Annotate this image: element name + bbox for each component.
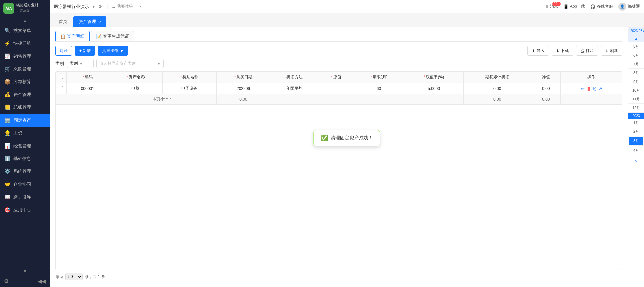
timeline-month-1[interactable]: 1月 — [628, 119, 644, 127]
timeline-year-2023[interactable]: 2023 — [628, 113, 644, 119]
timeline-month-2[interactable]: 2月 — [628, 127, 644, 136]
timeline-close-icon[interactable]: ✕ — [642, 28, 644, 33]
category-type-select[interactable]: 类别 ▼ — [67, 59, 94, 68]
sidebar-item-purchase[interactable]: 🛒 采购管理 — [0, 63, 50, 75]
timeline-month-5[interactable]: 5月 — [628, 42, 644, 51]
row-checkbox[interactable] — [59, 86, 63, 90]
message-btn[interactable]: 🖥 消息 99+ — [545, 4, 558, 9]
logo-icon: AtA — [3, 3, 14, 14]
guide-icon: 📖 — [4, 194, 11, 200]
new-btn[interactable]: + 新增 — [75, 46, 95, 56]
subtab-change-voucher[interactable]: 📝 变更生成凭证 — [91, 31, 134, 41]
import-btn[interactable]: ⬆ 导入 — [527, 46, 549, 56]
sidebar-item-system[interactable]: ⚙️ 系统管理 — [0, 165, 50, 178]
sidebar-item-sales[interactable]: 📈 销售管理 — [0, 50, 50, 63]
topbar: 医疗器械行业演示 ▼ ⚙ | ☁ 我要体验一下 🖥 消息 99+ 📱 App下载… — [50, 0, 644, 13]
asset-panel: 📋 资产明细 📝 变更生成凭证 对账 + 新增 批量操作 ▼ — [50, 27, 628, 287]
cell-depreciation-method: 年限平均 — [270, 83, 319, 94]
sidebar-item-ledger[interactable]: 📒 总账管理 — [0, 101, 50, 114]
print-label: 打印 — [586, 48, 594, 54]
category-placeholder-select[interactable]: 请选择固定资产类别 ▼ — [96, 59, 164, 68]
print-btn[interactable]: 🖨 打印 — [576, 46, 598, 56]
sidebar-scroll-up-btn[interactable]: ▲ — [0, 17, 50, 24]
toolbar-right: ⬆ 导入 ⬇ 下载 🖨 打印 ↻ 刷新 — [527, 46, 622, 56]
sidebar-scroll-down-btn[interactable]: ▼ — [0, 267, 50, 275]
cell-net-value: 0.00 — [531, 83, 560, 94]
settings-gear-icon[interactable]: ⚙ — [98, 4, 102, 9]
sidebar-item-fixed-assets[interactable]: 🏢 固定资产 — [0, 114, 50, 127]
sidebar-item-purchase-label: 采购管理 — [13, 66, 31, 72]
cell-period: 60 — [354, 83, 404, 94]
app-download-btn[interactable]: 📱 App下载 — [563, 4, 585, 9]
online-service-label: 在线客服 — [597, 4, 613, 9]
subtab-asset-detail[interactable]: 📋 资产明细 — [55, 31, 90, 41]
sidebar-item-cooperation[interactable]: 🤝 企业协同 — [0, 178, 50, 191]
col-residual-rate: *残值率(%) — [404, 72, 464, 83]
refresh-btn[interactable]: ↻ 刷新 — [601, 46, 622, 56]
edit-icon[interactable]: ✏ — [581, 86, 585, 91]
user-name: 畅捷通 — [628, 4, 640, 9]
timeline-month-12[interactable]: 12月 — [628, 104, 644, 113]
company-dropdown-icon[interactable]: ▼ — [92, 4, 96, 9]
copy-icon[interactable]: ⎘ — [593, 86, 596, 91]
more-icon[interactable]: ↗ — [598, 86, 602, 91]
sidebar-item-inventory[interactable]: 📦 库存核算 — [0, 75, 50, 88]
import-icon: ⬆ — [532, 49, 535, 53]
category-placeholder: 请选择固定资产类别 — [99, 61, 136, 66]
sidebar-logo: AtA 畅捷通好业财 普及版 — [0, 0, 50, 17]
sidebar-item-basic-info[interactable]: ℹ️ 基础信息 — [0, 152, 50, 165]
sidebar-item-quick-nav[interactable]: ⚡ 快捷导航 — [0, 37, 50, 50]
user-menu[interactable]: 👤 畅捷通 — [618, 3, 640, 11]
batch-btn[interactable]: 批量操作 ▼ — [98, 46, 128, 56]
online-service-btn[interactable]: 🎧 在线客服 — [590, 4, 613, 9]
download-btn[interactable]: ⬇ 下载 — [552, 46, 573, 56]
topbar-right: 🖥 消息 99+ 📱 App下载 🎧 在线客服 👤 畅捷通 — [545, 3, 640, 11]
timeline-month-11[interactable]: 11月 — [628, 95, 644, 104]
experience-label: 我要体验一下 — [117, 4, 141, 9]
settings-icon[interactable]: ⚙ — [4, 278, 9, 284]
total-label: 条，共 1 条 — [85, 274, 105, 280]
logo-text: 畅捷通好业财 — [16, 3, 38, 7]
timeline-month-3-active[interactable]: 3月 — [629, 137, 643, 146]
timeline-down-chevron[interactable]: ⌄ — [628, 155, 644, 165]
per-page-select[interactable]: 50 100 200 — [65, 273, 83, 280]
tab-home[interactable]: 首页 — [54, 17, 72, 27]
subtotal-spacer2 — [319, 94, 354, 105]
timeline-month-6[interactable]: 6月 — [628, 51, 644, 60]
system-icon: ⚙️ — [4, 168, 11, 174]
subtotal-net: 0.00 — [542, 97, 550, 102]
sidebar-item-guide[interactable]: 📖 新手引导 — [0, 191, 50, 203]
delete-icon[interactable]: 🗑 — [587, 86, 591, 91]
sidebar-item-management[interactable]: 📊 经营管理 — [0, 139, 50, 152]
ledger-icon: 📒 — [4, 104, 11, 110]
ledger-btn[interactable]: 对账 — [55, 46, 72, 56]
tabbar: 首页 资产管理 × — [50, 13, 644, 27]
toolbar-left: 对账 + 新增 批量操作 ▼ — [55, 46, 128, 56]
col-category: *类别名称 — [162, 72, 216, 83]
sidebar-footer: ⚙ ◀◀ — [0, 275, 50, 287]
sidebar-item-payroll[interactable]: 👷 工资 — [0, 127, 50, 139]
sidebar-item-cooperation-label: 企业协同 — [13, 181, 31, 187]
timeline-month-4[interactable]: 4月 — [628, 146, 644, 155]
toolbar: 对账 + 新增 批量操作 ▼ ⬆ 导入 ⬇ 下载 — [55, 46, 622, 56]
tab-asset-management[interactable]: 资产管理 × — [73, 16, 106, 27]
sidebar-item-fund[interactable]: 💰 资金管理 — [0, 88, 50, 101]
sidebar-item-app-center[interactable]: 🎯 应用中心 — [0, 203, 50, 216]
timeline-month-9[interactable]: 9月 — [628, 77, 644, 86]
timeline-month-8[interactable]: 8月 — [628, 69, 644, 77]
subtab-change-voucher-label: 变更生成凭证 — [103, 33, 129, 39]
experience-btn[interactable]: ☁ 我要体验一下 — [112, 4, 141, 9]
sidebar-item-system-label: 系统管理 — [13, 168, 31, 174]
tab-close-btn[interactable]: × — [99, 20, 101, 24]
sidebar-menu: 🔍 搜索菜单 ⚡ 快捷导航 📈 销售管理 🛒 采购管理 📦 库存核算 💰 资金管… — [0, 24, 50, 267]
sidebar-item-search[interactable]: 🔍 搜索菜单 — [0, 24, 50, 37]
sidebar-item-quick-nav-label: 快捷导航 — [13, 40, 31, 46]
pagination: 每页 50 100 200 条，共 1 条 — [55, 270, 622, 283]
timeline-month-7[interactable]: 7月 — [628, 60, 644, 69]
select-all-checkbox[interactable] — [59, 75, 63, 79]
timeline-month-10[interactable]: 10月 — [628, 86, 644, 95]
timeline-header-label: 2023.03 — [630, 29, 642, 33]
collapse-icon[interactable]: ◀◀ — [38, 278, 46, 284]
timeline-scroll-up-btn[interactable]: ▲ — [628, 35, 644, 42]
company-name: 医疗器械行业演示 — [54, 4, 89, 10]
